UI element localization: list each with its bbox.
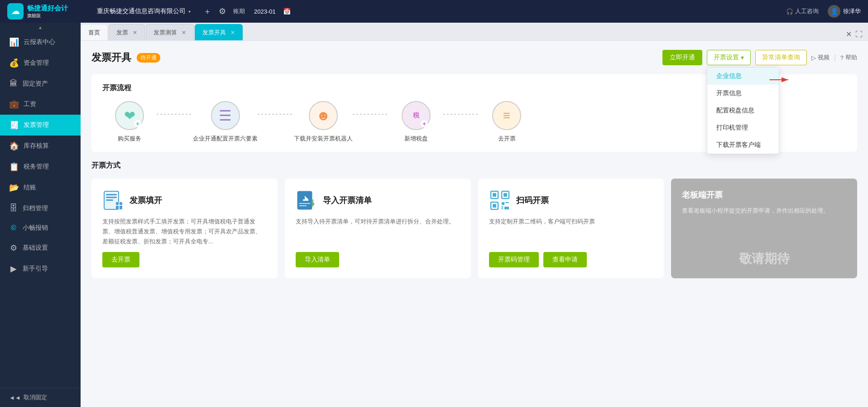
tab-invoice-issue-close[interactable]: ✕ (230, 29, 235, 36)
tab-home-label: 首页 (88, 29, 100, 37)
go-invoice-icon: ≡ (503, 108, 510, 123)
scan-invoice-title: 扫码开票 (516, 195, 549, 206)
svg-rect-5 (106, 199, 113, 201)
page-content: 发票开具 待开通 立即开通 开票设置 ▾ (81, 41, 868, 407)
heart-plus-icon: ❤ (124, 108, 135, 124)
sidebar-item-label: 资金管理 (24, 59, 49, 67)
content-area: 首页 发票 ✕ 发票测算 ✕ 发票开具 ✕ ✕ ⛶ 发票开具 (81, 23, 868, 407)
method-card-boss-invoice: 老板端开票 查看老板端小程序提交的开票申请，并作出相应的处理。 敬请期待 (671, 179, 857, 278)
scan-invoice-desc: 支持定制开票二维码，客户端可扫码开票 (489, 217, 653, 227)
sidebar-item-label: 工资 (24, 100, 36, 108)
fill-invoice-button[interactable]: 去开票 (102, 252, 139, 267)
import-list-icon (296, 189, 317, 211)
user-name: 徐泽华 (843, 7, 861, 15)
sidebar-item-fund-mgmt[interactable]: 💰 资金管理 (0, 53, 81, 73)
dropdown-item-tax-config[interactable]: 配置税盘信息 (707, 102, 779, 119)
sidebar-scroll-up[interactable]: ▲ (0, 23, 81, 32)
support-button[interactable]: 🎧 人工咨询 (786, 7, 819, 15)
settings-icon[interactable]: ⚙ (219, 6, 226, 16)
add-button[interactable]: ＋ (203, 6, 211, 17)
tab-close-button[interactable]: ✕ (846, 30, 852, 39)
dropdown-item-printer-mgmt[interactable]: 打印机管理 (707, 119, 779, 136)
sidebar-item-xiaochang[interactable]: © 小畅报销 (0, 218, 81, 237)
view-application-button[interactable]: 查看申请 (543, 252, 587, 267)
calendar-icon[interactable]: 📅 (283, 8, 291, 15)
method-import-list-header: 导入开票清单 (296, 189, 460, 211)
sidebar-item-label: 固定资产 (23, 80, 48, 88)
dropdown-item-company-info-label: 企业信息 (716, 72, 742, 79)
svg-rect-13 (299, 205, 307, 206)
boss-invoice-desc: 查看老板端小程序提交的开票申请，并作出相应的处理。 (682, 206, 846, 216)
sidebar-item-payroll[interactable]: 💼 工资 (0, 94, 81, 115)
help-label: 帮助 (845, 53, 857, 62)
dropdown-item-invoice-info-label: 开票信息 (716, 89, 742, 97)
method-card-import-list: 导入开票清单 支持导入待开票清单，可对待开票清单进行拆分、合并处理。 导入清单 (285, 179, 471, 278)
flow-connector-3 (353, 114, 389, 115)
logo-text-area: 畅捷通好会计 旗舰版 (27, 4, 68, 19)
boss-invoice-title: 老板端开票 (682, 189, 723, 200)
dropdown-item-invoice-info[interactable]: 开票信息 (707, 85, 779, 102)
sidebar-item-inventory[interactable]: 🏠 库存核算 (0, 136, 81, 156)
import-list-title: 导入开票清单 (323, 195, 372, 206)
logo-main-text: 畅捷通好会计 (27, 4, 68, 13)
user-area[interactable]: 👤 徐泽华 (828, 5, 861, 18)
company-selector[interactable]: 重庆畅捷交通信息咨询有限公司 ▾ (93, 5, 194, 17)
methods-section-title: 开票方式 (91, 161, 857, 170)
sidebar-item-settlement[interactable]: 📂 结账 (0, 177, 81, 198)
logo-icon: ☁ (7, 3, 24, 19)
tab-right-buttons: ✕ ⛶ (846, 30, 868, 40)
svg-rect-12 (299, 203, 310, 204)
fill-invoice-icon (102, 189, 124, 211)
method-boss-invoice-header: 老板端开票 (682, 189, 846, 200)
flow-step-add-tax: 税 + 新增税盘 (389, 101, 443, 143)
tab-invoice-test-label: 发票测算 (153, 29, 177, 37)
sidebar-item-cloud-report[interactable]: 📊 云报表中心 (0, 32, 81, 53)
xiaochang-icon: © (9, 224, 18, 232)
svg-rect-8 (116, 205, 122, 206)
tab-invoice-test-close[interactable]: ✕ (182, 29, 186, 36)
chevron-down-icon: ▾ (188, 9, 191, 14)
sidebar-item-label: 基础设置 (23, 244, 48, 252)
help-button[interactable]: ? 帮助 (840, 53, 857, 62)
logo-sub-text: 旗舰版 (27, 13, 68, 19)
dropdown-item-download-client[interactable]: 下载开票客户端 (707, 136, 779, 154)
sidebar-item-fixed-assets[interactable]: 🏛 固定资产 (0, 73, 81, 94)
payroll-icon: 💼 (9, 99, 19, 109)
tab-home[interactable]: 首页 (81, 24, 108, 40)
method-card-scan-invoice: 扫码开票 支持定制开票二维码，客户端可扫码开票 开票码管理 查看申请 (478, 179, 664, 278)
settings-button[interactable]: 开票设置 ▾ (707, 50, 751, 65)
sidebar-bottom-action[interactable]: ◄◄ 取消固定 (0, 388, 81, 407)
tab-invoice-test[interactable]: 发票测算 ✕ (146, 24, 194, 40)
flow-icon-enterprise-config: ☰ (211, 101, 240, 130)
settlement-icon: 📂 (9, 183, 19, 193)
unpin-label: 取消固定 (24, 393, 47, 402)
sidebar-item-basic-settings[interactable]: ⚙ 基础设置 (0, 237, 81, 258)
sidebar-item-tax-mgmt[interactable]: 📋 税务管理 (0, 156, 81, 177)
status-badge: 待开通 (137, 53, 160, 63)
svg-rect-3 (106, 194, 117, 195)
sidebar-item-label: 云报表中心 (24, 38, 55, 46)
flow-step-enterprise-config-label: 企业开通配置开票六要素 (193, 135, 258, 143)
sidebar-item-invoice-mgmt[interactable]: 🧾 发票管理 (0, 115, 81, 136)
sidebar-item-guide[interactable]: ▶ 新手引导 (0, 258, 81, 279)
svg-rect-4 (106, 197, 117, 198)
tab-invoice-issue[interactable]: 发票开具 ✕ (195, 24, 243, 40)
abnormal-list-button[interactable]: 异常清单查询 (755, 50, 807, 65)
flow-step-enterprise-config: ☰ 企业开通配置开票六要素 (193, 101, 258, 143)
qr-code-mgmt-button[interactable]: 开票码管理 (489, 252, 539, 267)
sidebar-item-archive[interactable]: 🗄 归档管理 (0, 198, 81, 218)
tab-invoice[interactable]: 发票 ✕ (109, 24, 145, 40)
tax-icon: 税 (413, 111, 419, 120)
sidebar-item-label: 发票管理 (24, 121, 49, 129)
page-header: 发票开具 待开通 立即开通 开票设置 ▾ (91, 50, 857, 65)
video-button[interactable]: ▷ 视频 (811, 53, 830, 62)
scan-invoice-icon (489, 189, 511, 211)
tab-invoice-close[interactable]: ✕ (133, 29, 137, 36)
open-button[interactable]: 立即开通 (662, 50, 702, 65)
tab-expand-button[interactable]: ⛶ (855, 30, 863, 39)
period-label: 账期 (233, 7, 245, 15)
svg-rect-11 (303, 199, 308, 201)
import-list-button[interactable]: 导入清单 (296, 252, 339, 267)
flow-step-download-robot: ☻ 下载并安装开票机器人 (294, 101, 353, 143)
flow-icon-buy-service: ❤ + (115, 101, 144, 130)
